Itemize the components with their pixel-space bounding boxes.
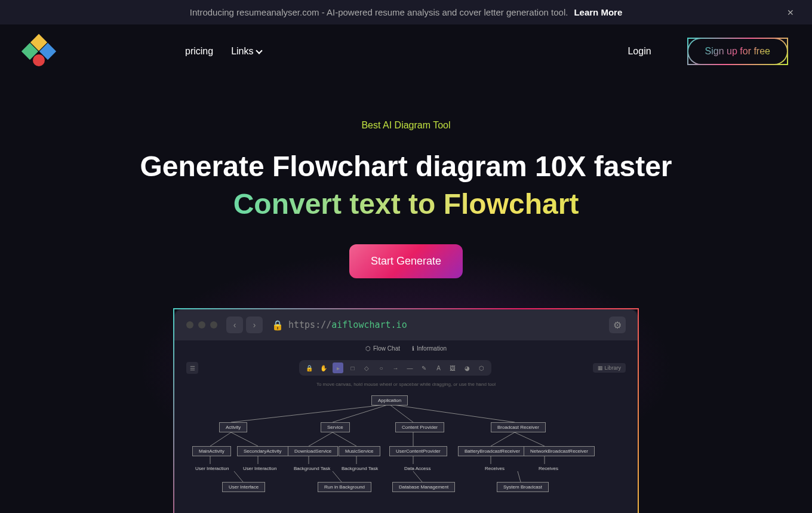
hero: Best AI Diagram Tool Generate Flowchart …	[0, 78, 812, 513]
image-tool-icon[interactable]: 🖼	[447, 363, 458, 373]
chevron-down-icon	[256, 47, 262, 54]
nav-pricing[interactable]: pricing	[185, 46, 213, 57]
text-tool-icon[interactable]: A	[433, 363, 444, 373]
url-bar: 🔒 https://aiflowchart.io	[272, 320, 600, 331]
diagram-label: Data Access	[398, 464, 436, 473]
diagram-node[interactable]: Content Provider	[395, 422, 444, 432]
tab-flowchart-label: Flow Chat	[373, 345, 400, 352]
announcement-bar: Introducing resumeanalyser.com - AI-powe…	[0, 0, 812, 24]
pen-tool-icon[interactable]: ✎	[419, 363, 429, 373]
diagram-node[interactable]: DownloadService	[288, 446, 338, 456]
settings-icon[interactable]: ⚙	[609, 317, 626, 333]
diagram-node[interactable]: Broadcast Receiver	[491, 422, 546, 432]
logo-icon	[33, 54, 45, 66]
diagram-label: Receives	[479, 464, 510, 473]
toolbar: ☰ 🔒 ✋ ▸ □ ◇ ○ → — ✎ A 🖼 ◕ ⬡ ▦	[174, 357, 638, 379]
login-link[interactable]: Login	[628, 46, 651, 57]
pointer-tool-icon[interactable]: ▸	[333, 363, 343, 373]
tool-icons: 🔒 ✋ ▸ □ ◇ ○ → — ✎ A 🖼 ◕ ⬡	[299, 360, 491, 376]
flowchart-icon: ⬡	[365, 345, 371, 352]
diagram-label: Background Task	[288, 464, 336, 473]
headline: Generate Flowchart diagram 10X faster	[0, 149, 812, 185]
demo-window: ‹ › 🔒 https://aiflowchart.io ⚙ ⬡ Flow Ch…	[173, 308, 639, 513]
traffic-light-icon	[186, 321, 193, 328]
demo-container: ‹ › 🔒 https://aiflowchart.io ⚙ ⬡ Flow Ch…	[0, 308, 812, 513]
nav-links-label: Links	[231, 46, 253, 57]
nav-arrows: ‹ ›	[226, 317, 263, 333]
diamond-tool-icon[interactable]: ◇	[361, 363, 372, 373]
hand-tool-icon[interactable]: ✋	[318, 363, 329, 373]
forward-icon[interactable]: ›	[246, 317, 263, 333]
diagram-node[interactable]: Activity	[219, 422, 247, 432]
diagram-label: Receives	[533, 464, 564, 473]
hamburger-icon[interactable]: ☰	[186, 362, 198, 374]
lock-tool-icon[interactable]: 🔒	[304, 363, 315, 373]
diagram-node[interactable]: Service	[321, 422, 350, 432]
line-tool-icon[interactable]: —	[404, 363, 415, 373]
diagram-node[interactable]: BatteryBroadcastReceiver	[458, 446, 527, 456]
signup-label: Sign up for free	[705, 46, 770, 56]
close-icon[interactable]: ✕	[787, 8, 794, 17]
navbar: pricing Links Login Sign up for free	[0, 24, 812, 78]
app-tabs: ⬡ Flow Chat ℹ Information	[174, 340, 638, 357]
learn-more-link[interactable]: Learn More	[574, 7, 622, 17]
diagram-label: User Interaction	[237, 464, 282, 473]
diagram-node[interactable]: Application	[371, 395, 408, 406]
nav-links-dropdown[interactable]: Links	[231, 46, 261, 57]
info-icon: ℹ	[412, 345, 414, 352]
traffic-lights	[186, 321, 217, 328]
diagram-node[interactable]: MainActivity	[192, 446, 231, 456]
traffic-light-icon	[198, 321, 205, 328]
lock-icon: 🔒	[272, 320, 284, 331]
arrow-tool-icon[interactable]: →	[390, 363, 401, 373]
tab-flowchart[interactable]: ⬡ Flow Chat	[365, 345, 400, 352]
eraser-tool-icon[interactable]: ◕	[462, 363, 472, 373]
rect-tool-icon[interactable]: □	[347, 363, 358, 373]
diagram-node[interactable]: MusicService	[339, 446, 380, 456]
shape-tool-icon[interactable]: ⬡	[476, 363, 487, 373]
diagram-label: User Interaction	[189, 464, 235, 473]
announcement-text: Introducing resumeanalyser.com - AI-powe…	[190, 7, 568, 17]
url-domain: aiflowchart.io	[331, 320, 407, 330]
diagram-label: Background Task	[336, 464, 384, 473]
circle-tool-icon[interactable]: ○	[376, 363, 386, 373]
library-icon: ▦	[598, 365, 603, 371]
hint-text: To move canvas, hold mouse wheel or spac…	[174, 379, 638, 389]
nav-links: pricing Links	[185, 46, 262, 57]
diagram-node[interactable]: System Broadcast	[497, 482, 549, 492]
tagline: Best AI Diagram Tool	[0, 120, 812, 131]
diagram-node[interactable]: UserContentProvider	[389, 446, 447, 456]
diagram-node[interactable]: Database Management	[392, 482, 455, 492]
library-button[interactable]: ▦ Library	[593, 363, 626, 373]
diagram-node[interactable]: NetworkBroadcastReceiver	[524, 446, 595, 456]
signup-button[interactable]: Sign up for free	[687, 38, 788, 65]
tab-information-label: Information	[417, 345, 447, 352]
traffic-light-icon	[210, 321, 217, 328]
diagram-node[interactable]: SecondaryActivity	[237, 446, 288, 456]
browser-bar: ‹ › 🔒 https://aiflowchart.io ⚙	[174, 309, 638, 340]
back-icon[interactable]: ‹	[226, 317, 243, 333]
subheadline: Convert text to Flowchart	[0, 188, 812, 220]
tab-information[interactable]: ℹ Information	[412, 345, 447, 352]
url-text: https://aiflowchart.io	[288, 320, 407, 330]
diagram-node[interactable]: User Interface	[222, 482, 265, 492]
diagram-node[interactable]: Run in Background	[318, 482, 371, 492]
canvas[interactable]: Application Activity Service Content Pro…	[174, 389, 638, 513]
logo[interactable]	[24, 36, 54, 66]
library-label: Library	[604, 365, 621, 371]
